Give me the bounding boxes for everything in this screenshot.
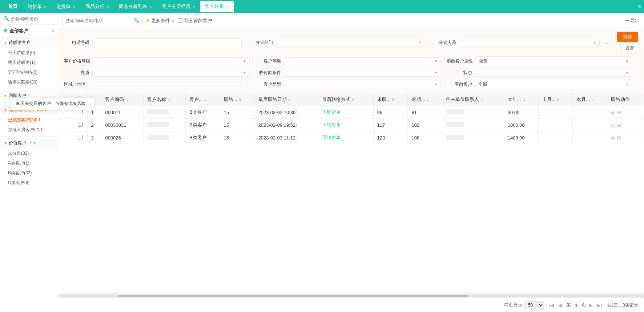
pagination-next[interactable]: ▶ [588,302,594,309]
chevron-down-icon-9: ▼ [434,82,438,86]
overdue-col-header[interactable]: 逾期...⇅ [408,93,442,106]
cust-grade-label: 客户等级 [255,58,281,64]
sidebar-group-value-header[interactable]: ▼ 价值客户 ↺ ✎ [0,138,58,149]
nature-select[interactable]: ▼ [92,69,250,77]
last-month-col-header[interactable]: 上月...⇅ [538,93,573,106]
code-col-header[interactable]: 客户编码⇅ [101,93,144,106]
phone-input[interactable] [92,39,242,47]
contact-method-link[interactable]: 下销货单 [322,135,341,140]
my-customers-checkbox-label[interactable]: 我分管的客户 [178,17,212,24]
sidebar-item-7days[interactable]: 近7天待联络(0) [0,68,58,77]
tab-product-analysis-close[interactable]: × [106,4,109,9]
main-layout: 🔍 ⊞ 全部客户 « ▼ 待联络客户 今天待联络(0) 明天待联络(1) 近7天… [0,13,644,312]
sidebar-item-overdue[interactable]: 逾期未联络(30) [0,77,58,87]
tab-product-list[interactable]: 商品分析列表 × [114,1,157,12]
this-month-col-header[interactable]: 本月...⇅ [573,93,607,106]
contact-method-link[interactable]: 下销货单 [322,109,341,115]
table-body: 1 000011 B类客户 15 2023-03-02 10:30: 下销货单 … [58,106,644,144]
sidebar-item-b-class[interactable]: B类客户(33) [0,168,58,178]
pagination-prev[interactable]: ◀ [557,302,563,309]
search-input[interactable] [66,18,132,23]
tab-sales-close[interactable]: × [44,4,46,9]
my-customers-checkbox[interactable] [178,18,182,23]
sidebar-item-c-class[interactable]: C类客户(6) [0,178,58,188]
payment-select[interactable]: ▼ [284,69,441,77]
person-select[interactable]: ▼ [459,39,600,46]
sidebar-all-customers[interactable]: ⊞ 全部客户 « [0,25,58,37]
scatter-attr-label: 零散客户属性 [447,58,473,64]
this-year-col-header[interactable]: 本年...⇅ [504,93,538,106]
more-icon[interactable]: ⊞ [617,122,621,128]
value-edit-icon[interactable]: ✎ [33,141,36,146]
price-grade-select[interactable]: ▼ [93,57,250,65]
tab-customer-contact-close[interactable]: × [226,4,228,9]
contact-method-link[interactable]: 下销货单 [322,122,341,127]
table-header-row: ⚙ 客户编码⇅ 客户名称⇅ 客户...⇅ 联络...⇅ 最后联络日期⇅ 最后联络… [58,93,644,106]
name-col-header[interactable]: 客户名称⇅ [144,93,186,106]
sidebar-group-pending-header[interactable]: ▼ 待联络客户 [0,37,58,48]
pagination-first[interactable]: |◀ [548,302,555,309]
last-method-cell[interactable]: 下销货单 [318,131,373,144]
tab-product-analysis[interactable]: 商品分析 × [80,1,114,12]
tab-home[interactable]: 首页 [3,1,23,12]
status-select[interactable]: ▼ [475,69,632,77]
last-method-cell[interactable]: 下销货单 [318,119,373,131]
tab-customer-tier-close[interactable]: × [193,4,195,9]
chevron-down-icon: ▼ [418,41,422,45]
last-method-col-header[interactable]: 最后联络方式⇅ [318,93,373,106]
row-checkbox[interactable] [78,135,82,139]
row-checkbox[interactable] [78,122,82,127]
scatter-select[interactable]: 全部▼ [475,80,632,89]
dept-select[interactable]: ▼ [276,39,425,46]
code-cell: 000011 [101,106,144,119]
sidebar-item-declining[interactable]: 持续下滑客户(2) ℹ [0,125,58,135]
sort-icon-method: ⇅ [351,98,354,102]
search-submit-icon[interactable]: 🔍 [133,18,139,23]
horizontal-scrollbar[interactable] [58,293,644,298]
contact-icon[interactable]: ◎ [611,122,615,128]
window-close-button[interactable]: × [638,3,641,10]
sidebar-collapse-btn[interactable]: « [51,28,54,34]
unit-contact-col-header[interactable]: 往来单位联系人⇅ [442,93,504,106]
sidebar-item-today[interactable]: 今天待联络(0) [0,48,58,58]
cust-grade-select[interactable]: ▼ [284,57,441,65]
value-refresh-icon[interactable]: ↺ [28,141,32,146]
current-page: 1 [572,301,580,309]
more-icon[interactable]: ⊞ [617,135,621,141]
scatter-attr-select[interactable]: 全部▼ [476,56,632,66]
sidebar-item-churn-warning[interactable]: 已流失客户(24) ℹ [0,115,58,125]
tab-product-list-close[interactable]: × [149,4,152,9]
last-method-cell[interactable]: 下销货单 [318,106,373,119]
tab-purchase[interactable]: 进货单 × [51,1,80,12]
tab-customer-contact[interactable]: 客户联系 × [200,1,233,12]
page-size-select[interactable]: 50 100 200 [524,301,544,309]
chevron-down-icon-6: ▼ [243,71,246,75]
region-select[interactable] [93,83,241,86]
more-icon[interactable]: ⊞ [617,110,621,115]
tab-purchase-close[interactable]: × [73,4,75,9]
settings-button[interactable]: 设置 [621,44,638,53]
filter-more-btn[interactable]: ▼ 更多条件 ∧ [145,17,175,24]
pagination-last[interactable]: ▶| [596,302,603,309]
sidebar-item-ungroup[interactable]: 未分组(32) [0,149,58,158]
contact-icon[interactable]: ◎ [611,135,615,141]
query-button[interactable]: 查询 [617,32,638,42]
sidebar-item-tomorrow[interactable]: 明天待联络(1) [0,58,58,68]
contact-icon[interactable]: ◎ [611,110,615,115]
region-dots[interactable]: ··· [245,82,250,88]
sidebar-search-input[interactable] [11,16,54,21]
tab-sales[interactable]: 销货单 × [23,1,51,12]
tab-customer-tier[interactable]: 客户分层经营 × [157,1,200,12]
not-contacted-col-header[interactable]: 未联...⇅ [373,93,408,106]
last-date-col-header[interactable]: 最后联络日期⇅ [254,93,318,106]
type-col-header[interactable]: 客户...⇅ [185,93,220,106]
export-button[interactable]: ↩ 导出 [625,17,640,24]
person-dots[interactable]: ··· [604,40,608,46]
contact-col-header[interactable]: 联络...⇅ [220,93,254,106]
scrollbar-thumb [118,295,467,297]
person-label: 分管人员 [431,40,456,46]
sidebar-item-a-class[interactable]: A类客户(1) [0,158,58,168]
cust-type-select[interactable]: ▼ [284,81,441,88]
checkbox-cell[interactable] [73,119,87,131]
checkbox-cell[interactable] [73,131,87,144]
